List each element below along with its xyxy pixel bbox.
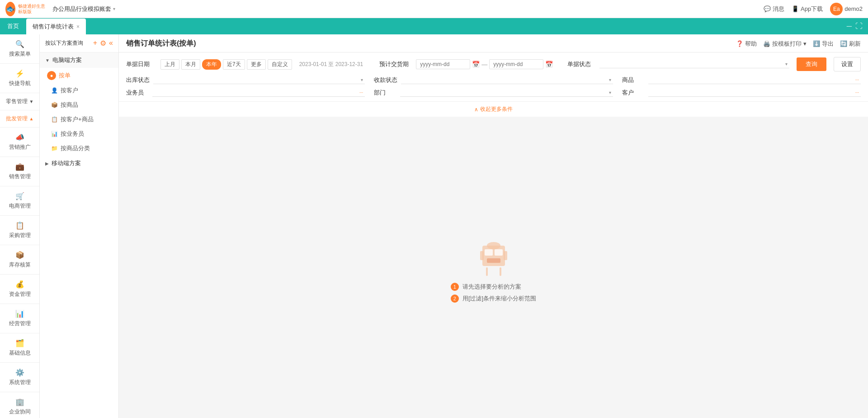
inventory-icon: 📦	[15, 251, 24, 259]
receipt-status-label: 收款状态	[374, 76, 397, 84]
help-button[interactable]: ❓ 帮助	[736, 40, 757, 48]
calendar-start-icon[interactable]: 📅	[472, 61, 480, 68]
scheme-panel-actions: + ⚙ «	[93, 39, 113, 48]
ship-status-group: 出库状态 ▾	[126, 76, 365, 84]
sidebar-item-inventory[interactable]: 📦 库存核算	[0, 245, 39, 275]
sidebar-item-purchase[interactable]: 📋 采购管理	[0, 216, 39, 245]
filter-section: 单据日期 上月 本月 本年 近7天 更多 自定义 2023-01-01 至 20…	[119, 52, 868, 101]
marketing-icon: 📣	[15, 133, 24, 142]
operations-icon: 📊	[15, 309, 24, 318]
mobile-scheme-group[interactable]: ▶ 移动端方案	[40, 156, 118, 171]
scheme-item-by-staff[interactable]: 📊 按业务员	[40, 127, 118, 141]
calendar-end-icon[interactable]: 📅	[545, 61, 553, 68]
department-arrow: ▾	[609, 90, 611, 95]
sidebar-item-operations[interactable]: 📊 经营管理	[0, 304, 39, 333]
refresh-button[interactable]: 🔄 刷新	[840, 40, 861, 48]
chevron-down-icon: ▼	[29, 99, 34, 104]
goods-label: 商品	[622, 76, 645, 84]
department-label: 部门	[374, 89, 396, 97]
scheme-item-by-category[interactable]: 📁 按商品分类	[40, 141, 118, 156]
staff-field: ···	[152, 89, 365, 97]
delivery-date-start[interactable]	[416, 59, 470, 69]
main-content: 销售订单统计表(按单) ❓ 帮助 🖨️ 按模板打印 ▾ ⬇️	[119, 34, 868, 418]
customer-field: ···	[648, 89, 861, 97]
goods-more-icon[interactable]: ···	[855, 77, 859, 82]
svg-rect-2	[495, 249, 503, 256]
top-right: 💬 消息 📱 App下载 Ea demo2	[764, 3, 863, 15]
category-icon: 📁	[51, 145, 58, 152]
sidebar-item-sales[interactable]: 💼 销售管理	[0, 157, 39, 186]
finance-icon: 💰	[15, 280, 24, 289]
system-icon: ⚙️	[15, 368, 24, 377]
date-btn-this-month[interactable]: 本月	[181, 59, 200, 70]
print-button[interactable]: 🖨️ 按模板打印 ▾	[763, 40, 807, 48]
ship-status-label: 出库状态	[126, 76, 150, 84]
sidebar-item-search-menu[interactable]: 🔍 搜索菜单	[0, 34, 39, 64]
add-scheme-button[interactable]: +	[93, 39, 97, 48]
nav-icon: ⚡	[15, 69, 24, 78]
tab-actions: ─ ⛶	[847, 22, 868, 30]
export-button[interactable]: ⬇️ 导出	[813, 40, 834, 48]
goods-group: 商品 ···	[622, 76, 861, 84]
tab-home[interactable]: 首页	[0, 18, 26, 34]
sidebar-item-enterprise[interactable]: 🏢 企业协同	[0, 392, 39, 418]
pc-scheme-group: ▼ 电脑端方案 ● 按单 👤 按客户 📦 按商	[40, 52, 118, 156]
minimize-icon[interactable]: ─	[847, 22, 852, 30]
basic-icon: 🗂️	[15, 339, 24, 347]
date-btn-custom[interactable]: 自定义	[268, 59, 292, 70]
sidebar-item-quick-nav[interactable]: ⚡ 快捷导航	[0, 64, 39, 93]
sidebar-item-basic[interactable]: 🗂️ 基础信息	[0, 333, 39, 363]
workspace-selector[interactable]: 办公用品行业模拟账套 ▾	[49, 5, 119, 13]
scheme-item-by-order[interactable]: ● 按单	[40, 68, 118, 83]
tip-num-2: 2	[451, 294, 459, 303]
user-menu[interactable]: Ea demo2	[830, 3, 863, 15]
scheme-item-by-customer-product[interactable]: 📋 按客户+商品	[40, 112, 118, 127]
customer-more-icon[interactable]: ···	[855, 90, 859, 95]
date-btn-more[interactable]: 更多	[247, 59, 266, 70]
collapse-filters-button[interactable]: ∧ 收起更多条件	[119, 101, 868, 117]
scheme-settings-button[interactable]: ⚙	[100, 39, 106, 48]
sidebar-item-wholesale[interactable]: 批发管理 ▲	[0, 110, 39, 128]
maximize-icon[interactable]: ⛶	[855, 22, 863, 30]
scheme-panel-header: 按以下方案查询 + ⚙ «	[40, 34, 118, 52]
message-icon: 💬	[764, 5, 771, 12]
app-download-button[interactable]: 📱 App下载	[792, 5, 823, 13]
pc-scheme-group-header[interactable]: ▼ 电脑端方案	[40, 52, 118, 68]
purchase-icon: 📋	[15, 221, 24, 230]
filter-row-3: 业务员 ··· 部门 ▾ 客户	[126, 89, 861, 97]
main-layout: 🔍 搜索菜单 ⚡ 快捷导航 零售管理 ▼ 批发管理 ▲ 📣 营销推广 💼 销售管…	[0, 34, 868, 418]
customer-product-icon: 📋	[51, 116, 58, 123]
sidebar-item-finance[interactable]: 💰 资金管理	[0, 275, 39, 304]
svg-rect-3	[487, 258, 500, 263]
sidebar-item-ecommerce[interactable]: 🛒 电商管理	[0, 186, 39, 216]
sidebar-item-system[interactable]: ⚙️ 系统管理	[0, 363, 39, 392]
message-button[interactable]: 💬 消息	[764, 5, 784, 13]
delivery-date-end[interactable]	[489, 59, 543, 69]
tip-num-1: 1	[451, 283, 459, 291]
date-btn-7days[interactable]: 近7天	[223, 59, 245, 70]
content-area: 按以下方案查询 + ⚙ « ▼ 电脑端方案 ● 按单	[40, 34, 868, 418]
collapse-up-icon: ∧	[474, 106, 478, 113]
empty-state: 1 请先选择要分析的方案 2 用[过滤]条件来缩小分析范围	[119, 117, 868, 418]
search-icon: 🔍	[15, 40, 24, 48]
date-btn-this-year[interactable]: 本年	[202, 59, 221, 70]
sidebar-item-marketing[interactable]: 📣 营销推广	[0, 128, 39, 157]
search-button[interactable]: 查询	[797, 57, 826, 71]
product-icon: 📦	[51, 101, 58, 109]
chevron-up-icon: ▲	[29, 116, 34, 121]
tab-sales-stats[interactable]: 销售订单统计表 ×	[26, 19, 86, 35]
scheme-collapse-button[interactable]: «	[109, 39, 113, 48]
date-shortcuts: 上月 本月 本年 近7天 更多 自定义	[160, 59, 292, 70]
date-btn-last-month[interactable]: 上月	[160, 59, 179, 70]
staff-more-icon[interactable]: ···	[359, 90, 363, 95]
enterprise-icon: 🏢	[15, 398, 24, 406]
scheme-item-by-product[interactable]: 📦 按商品	[40, 98, 118, 112]
settings-button[interactable]: 设置	[834, 57, 861, 71]
scheme-item-by-customer[interactable]: 👤 按客户	[40, 83, 118, 98]
svg-rect-1	[485, 249, 493, 256]
sidebar-item-retail[interactable]: 零售管理 ▼	[0, 93, 39, 110]
expand-icon: ▼	[45, 58, 50, 63]
expected-delivery-label: 预计交货期	[379, 60, 409, 68]
tab-close-icon[interactable]: ×	[76, 24, 80, 30]
svg-rect-5	[504, 251, 507, 260]
